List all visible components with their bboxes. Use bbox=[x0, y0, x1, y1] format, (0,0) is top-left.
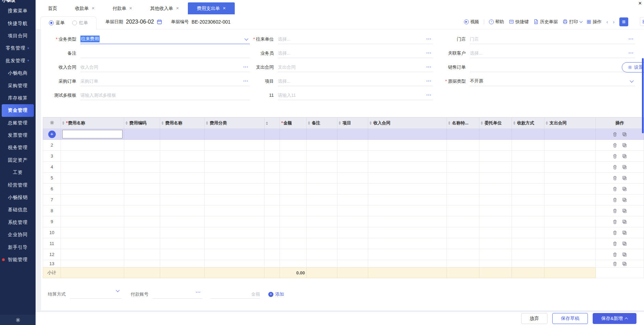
settings-button[interactable]: 设置 bbox=[622, 62, 644, 72]
grid-cell[interactable] bbox=[61, 205, 124, 216]
grid-cell[interactable] bbox=[124, 205, 160, 216]
grid-cell-editing[interactable] bbox=[61, 129, 124, 140]
grid-cell[interactable] bbox=[205, 205, 265, 216]
grid-cell[interactable] bbox=[61, 184, 124, 194]
grid-cell[interactable] bbox=[160, 129, 205, 140]
grid-cell[interactable] bbox=[205, 227, 265, 238]
sidebar-item-13[interactable]: 工资 bbox=[0, 166, 36, 179]
sidebar-item-14[interactable]: 经营管理 bbox=[0, 179, 36, 191]
grid-cell[interactable] bbox=[265, 140, 280, 151]
grid-cell[interactable] bbox=[124, 249, 160, 260]
grid-cell[interactable] bbox=[280, 173, 307, 184]
partner-unit-input[interactable] bbox=[278, 37, 425, 42]
more-icon[interactable]: ··· bbox=[629, 51, 634, 55]
payment-account-lookup[interactable]: ··· bbox=[153, 290, 202, 299]
grid-cell[interactable] bbox=[368, 162, 447, 173]
table-row[interactable]: 6 bbox=[43, 184, 644, 194]
column-header[interactable] bbox=[265, 118, 280, 129]
grid-cell[interactable] bbox=[512, 140, 544, 151]
sidebar-item-6[interactable]: 采购管理 bbox=[0, 79, 36, 92]
grid-cell[interactable] bbox=[368, 140, 447, 151]
grid-cell[interactable] bbox=[479, 194, 512, 205]
copy-row-icon[interactable] bbox=[622, 230, 627, 235]
sidebar-item-9[interactable]: 总账管理 bbox=[0, 117, 36, 129]
grid-cell[interactable] bbox=[512, 162, 544, 173]
close-window-icon[interactable]: ✕ bbox=[638, 1, 642, 6]
add-row-button[interactable]: + bbox=[48, 131, 56, 138]
sidebar-item-16[interactable]: 基础信息 bbox=[0, 204, 36, 216]
grid-cell[interactable] bbox=[479, 173, 512, 184]
table-row[interactable]: 5 bbox=[43, 173, 644, 184]
copy-row-icon[interactable] bbox=[622, 165, 627, 170]
column-header[interactable]: 费用分类 bbox=[205, 118, 265, 129]
grid-cell[interactable] bbox=[160, 140, 205, 151]
business-type-select[interactable]: 往来费用 bbox=[80, 34, 250, 44]
grid-cell[interactable] bbox=[512, 238, 544, 249]
grid-cell[interactable] bbox=[368, 227, 447, 238]
grid-cell[interactable] bbox=[337, 260, 368, 268]
table-row[interactable]: 2 bbox=[43, 140, 644, 151]
grid-cell[interactable] bbox=[160, 162, 205, 173]
grid-cell[interactable] bbox=[447, 129, 479, 140]
table-row[interactable]: 11 bbox=[43, 238, 644, 249]
invoice-type-select[interactable]: 不开票 bbox=[470, 76, 635, 86]
grid-cell[interactable] bbox=[124, 140, 160, 151]
expense-contract-lookup[interactable]: ··· bbox=[278, 62, 433, 72]
sidebar-settings-gear-icon[interactable] bbox=[0, 315, 36, 325]
delete-row-icon[interactable] bbox=[613, 198, 617, 202]
expense-name-cell-input[interactable] bbox=[62, 130, 123, 138]
grid-cell[interactable] bbox=[205, 151, 265, 162]
grid-cell[interactable] bbox=[337, 140, 368, 151]
table-row[interactable]: 3 bbox=[43, 151, 644, 162]
grid-cell[interactable] bbox=[447, 151, 479, 162]
store-lookup[interactable]: ··· bbox=[470, 34, 635, 44]
grid-cell[interactable] bbox=[265, 194, 280, 205]
sidebar-item-2[interactable]: 项目合同 bbox=[0, 30, 36, 42]
copy-row-icon[interactable] bbox=[622, 198, 627, 202]
test-template-input[interactable] bbox=[80, 93, 242, 98]
sort-icon[interactable] bbox=[481, 121, 483, 125]
grid-cell[interactable] bbox=[544, 184, 596, 194]
copy-row-icon[interactable] bbox=[622, 143, 627, 148]
grid-cell[interactable] bbox=[368, 260, 447, 268]
calendar-icon[interactable] bbox=[157, 19, 162, 25]
grid-cell[interactable] bbox=[479, 151, 512, 162]
close-tab-icon[interactable]: ✕ bbox=[176, 6, 179, 11]
save-draft-button[interactable]: 保存草稿 bbox=[552, 313, 588, 324]
column-header[interactable]: 委托单位 bbox=[479, 118, 512, 129]
grid-cell[interactable] bbox=[447, 227, 479, 238]
income-contract-lookup[interactable]: ··· bbox=[80, 62, 250, 72]
grid-cell[interactable] bbox=[447, 194, 479, 205]
sidebar-item-8[interactable]: 资金管理 bbox=[2, 104, 34, 117]
delete-row-icon[interactable] bbox=[613, 241, 617, 246]
sort-icon[interactable] bbox=[308, 121, 310, 125]
delete-row-icon[interactable] bbox=[613, 261, 617, 266]
copy-row-icon[interactable] bbox=[622, 187, 627, 191]
grid-cell[interactable] bbox=[160, 260, 205, 268]
income-contract-input[interactable] bbox=[80, 65, 242, 70]
grid-cell[interactable] bbox=[280, 249, 307, 260]
table-row[interactable]: 12 bbox=[43, 249, 644, 260]
prev-page-icon[interactable]: ‹ bbox=[606, 19, 608, 25]
grid-cell[interactable] bbox=[61, 140, 124, 151]
grid-cell[interactable] bbox=[160, 205, 205, 216]
settlement-method-select[interactable] bbox=[70, 290, 121, 299]
grid-cell[interactable] bbox=[205, 238, 265, 249]
grid-cell[interactable] bbox=[307, 173, 337, 184]
grid-cell[interactable] bbox=[280, 194, 307, 205]
sort-icon[interactable] bbox=[546, 121, 548, 125]
grid-cell[interactable] bbox=[512, 227, 544, 238]
grid-cell[interactable] bbox=[160, 227, 205, 238]
grid-cell[interactable] bbox=[544, 140, 596, 151]
grid-cell[interactable] bbox=[368, 151, 447, 162]
grid-cell[interactable] bbox=[61, 173, 124, 184]
settlement-amount-input[interactable] bbox=[210, 290, 260, 298]
copy-row-icon[interactable] bbox=[622, 154, 627, 159]
grid-cell[interactable] bbox=[280, 216, 307, 227]
tab-1[interactable]: 收款单✕ bbox=[66, 2, 104, 14]
sidebar-item-12[interactable]: 固定资产 bbox=[0, 154, 36, 166]
grid-cell[interactable] bbox=[544, 216, 596, 227]
tab-4[interactable]: 费用支出单✕ bbox=[188, 2, 235, 14]
field-11-input[interactable] bbox=[278, 93, 425, 98]
salesman-input[interactable] bbox=[278, 51, 425, 56]
